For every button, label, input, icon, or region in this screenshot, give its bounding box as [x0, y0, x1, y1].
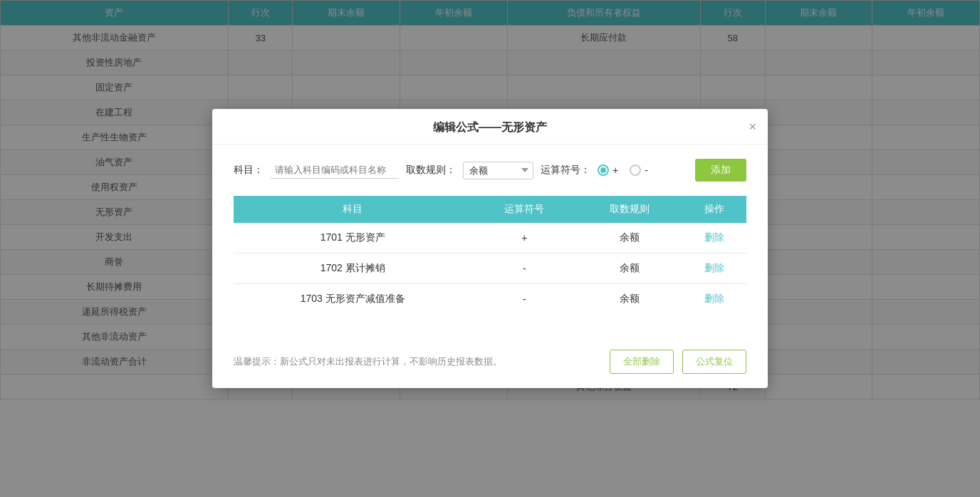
reset-button[interactable]: 公式复位 — [682, 350, 746, 374]
inner-col-header: 运算符号 — [471, 196, 577, 223]
rule-cell: 余额 — [577, 223, 682, 253]
operator-plus-label: + — [612, 164, 618, 176]
rule-select[interactable]: 余额 借方 贷方 借方发生额 贷方发生额 — [463, 162, 533, 179]
tip-text: 温馨提示：新公式只对未出报表进行计算，不影响历史报表数据。 — [234, 355, 502, 368]
delete-all-button[interactable]: 全部删除 — [610, 350, 674, 374]
subject-cell: 1701 无形资产 — [234, 223, 471, 253]
operator-minus-label: - — [645, 164, 648, 176]
rule-cell: 余额 — [577, 284, 682, 315]
inner-col-header: 操作 — [682, 196, 746, 223]
modal-dialog: 编辑公式——无形资产 × 科目： 取数规则： 余额 借方 贷方 借方发生额 — [212, 109, 768, 388]
action-cell: 删除 — [682, 253, 746, 284]
table-row: 1702 累计摊销-余额删除 — [234, 253, 746, 284]
subject-label: 科目： — [234, 164, 264, 177]
table-row: 1701 无形资产+余额删除 — [234, 223, 746, 253]
modal-header: 编辑公式——无形资产 × — [212, 109, 768, 145]
operator-cell: + — [471, 223, 577, 253]
rule-select-wrap: 余额 借方 贷方 借方发生额 贷方发生额 — [463, 162, 533, 179]
operator-plus-radio[interactable]: + — [598, 164, 618, 176]
subject-cell: 1702 累计摊销 — [234, 253, 471, 284]
close-button[interactable]: × — [749, 120, 756, 133]
radio-plus-circle — [598, 164, 609, 176]
delete-link[interactable]: 删除 — [704, 262, 724, 273]
page-container: 资产行次期末余额年初余额负债和所有者权益行次期末余额年初余额 其他非流动金融资产… — [0, 0, 980, 497]
form-row: 科目： 取数规则： 余额 借方 贷方 借方发生额 贷方发生额 运算符号： — [234, 159, 746, 182]
footer-buttons: 全部删除 公式复位 — [610, 350, 746, 374]
operator-label: 运算符号： — [541, 164, 590, 177]
add-button[interactable]: 添加 — [695, 159, 746, 182]
radio-minus-circle — [630, 164, 641, 176]
rule-cell: 余额 — [577, 253, 682, 284]
operator-cell: - — [471, 253, 577, 284]
operator-cell: - — [471, 284, 577, 315]
inner-col-header: 取数规则 — [577, 196, 682, 223]
table-row: 1703 无形资产减值准备-余额删除 — [234, 284, 746, 315]
action-cell: 删除 — [682, 284, 746, 315]
modal-footer: 温馨提示：新公式只对未出报表进行计算，不影响历史报表数据。 全部删除 公式复位 — [212, 342, 768, 388]
operator-radio-group: + - — [598, 164, 648, 176]
modal-body: 科目： 取数规则： 余额 借方 贷方 借方发生额 贷方发生额 运算符号： — [212, 145, 768, 342]
subject-input[interactable] — [271, 162, 399, 179]
formula-table: 科目运算符号取数规则操作 1701 无形资产+余额删除1702 累计摊销-余额删… — [234, 196, 746, 314]
operator-minus-radio[interactable]: - — [630, 164, 648, 176]
subject-cell: 1703 无形资产减值准备 — [234, 284, 471, 315]
inner-col-header: 科目 — [234, 196, 471, 223]
action-cell: 删除 — [682, 223, 746, 253]
modal-title: 编辑公式——无形资产 — [433, 121, 547, 133]
delete-link[interactable]: 删除 — [704, 293, 724, 304]
rule-label: 取数规则： — [406, 164, 456, 177]
delete-link[interactable]: 删除 — [704, 231, 724, 243]
modal-overlay: 编辑公式——无形资产 × 科目： 取数规则： 余额 借方 贷方 借方发生额 — [0, 0, 980, 497]
